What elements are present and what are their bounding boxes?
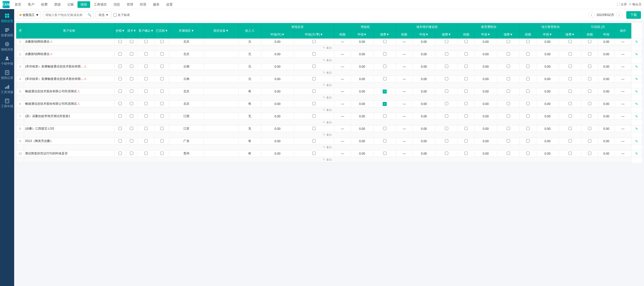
edu-declare-cell[interactable] [497, 39, 520, 45]
edu-pay-checkbox[interactable] [526, 90, 530, 93]
vat-checkbox[interactable] [383, 114, 386, 118]
client-confirm-cell[interactable] [137, 150, 155, 157]
local-declare-checkbox[interactable] [569, 127, 572, 130]
edu-declare-cell[interactable] [497, 51, 520, 58]
paid-tax-checkbox[interactable] [160, 65, 164, 68]
edu-declare-cell[interactable] [497, 88, 520, 95]
client-confirm-checkbox[interactable] [144, 65, 148, 68]
operation-cell[interactable]: ✎ [631, 138, 642, 145]
vat-declare-cell[interactable]: ✓ [373, 88, 396, 95]
clear-card-cell[interactable] [126, 150, 137, 157]
operation-cell[interactable]: ✎ [631, 150, 642, 157]
edu-declare-checkbox[interactable] [507, 90, 510, 93]
search-icon[interactable]: 🔍 [88, 13, 91, 17]
paid-tax-cell[interactable] [155, 126, 169, 132]
annual-report-cell[interactable] [294, 88, 334, 95]
sidebar-item-tax-settings[interactable]: 报税设置 [0, 11, 14, 25]
local-pay-checkbox[interactable] [588, 65, 591, 68]
edit-icon[interactable]: ✎ [635, 139, 638, 143]
city-pay-checkbox[interactable] [464, 102, 468, 105]
filter-button[interactable]: 筛选 ▼ [96, 11, 111, 19]
edu-pay-checkbox[interactable] [526, 77, 530, 80]
paid-tax-checkbox[interactable] [160, 52, 164, 56]
city-pay-cell[interactable] [458, 101, 475, 107]
local-pay-cell[interactable] [581, 126, 598, 132]
next-month-button[interactable]: › [616, 12, 622, 18]
vat-declare-cell[interactable] [373, 51, 396, 58]
client-confirm-checkbox[interactable] [144, 102, 148, 105]
local-pay-cell[interactable] [581, 101, 598, 107]
copy-tax-cell[interactable] [114, 63, 126, 70]
edu-declare-cell[interactable] [497, 126, 520, 132]
search-input[interactable] [45, 13, 87, 17]
vat-checked-box[interactable]: ✓ [383, 102, 387, 106]
city-declare-checkbox[interactable] [445, 77, 448, 80]
sidebar-item-annual-report[interactable]: 工商年报 [0, 96, 14, 111]
local-pay-checkbox[interactable] [588, 114, 591, 118]
client-confirm-checkbox[interactable] [144, 90, 148, 93]
client-confirm-checkbox[interactable] [144, 114, 148, 118]
city-pay-cell[interactable] [458, 150, 475, 157]
vat-checkbox[interactable] [383, 40, 386, 43]
city-declare-checkbox[interactable] [445, 139, 448, 142]
local-declare-cell[interactable] [559, 101, 581, 107]
city-declare-cell[interactable] [435, 63, 458, 70]
vat-declare-cell[interactable] [373, 150, 396, 157]
vat-checkbox[interactable] [383, 127, 386, 130]
city-declare-cell[interactable] [435, 101, 458, 107]
clear-card-checkbox[interactable] [130, 139, 133, 142]
local-declare-checkbox[interactable] [569, 152, 572, 155]
remark-edit-icon[interactable]: ✎ [323, 108, 325, 111]
fullscreen-btn[interactable]: ⛶ 全屏 [617, 2, 627, 7]
annual-checkbox[interactable] [312, 139, 316, 142]
edu-pay-checkbox[interactable] [526, 65, 530, 68]
client-confirm-checkbox[interactable] [144, 52, 148, 56]
clear-card-checkbox[interactable] [130, 152, 133, 155]
operation-cell[interactable]: ✎ [631, 39, 642, 45]
local-declare-cell[interactable] [559, 88, 581, 95]
label-checkbox[interactable] [113, 13, 117, 17]
city-declare-cell[interactable] [435, 76, 458, 82]
nav-finance[interactable]: 经营 [137, 1, 149, 8]
vat-declare-cell[interactable] [373, 39, 396, 45]
city-declare-cell[interactable] [435, 126, 458, 132]
local-declare-checkbox[interactable] [569, 77, 572, 80]
annual-report-cell[interactable] [294, 39, 334, 45]
copy-tax-cell[interactable] [114, 113, 126, 120]
local-declare-checkbox[interactable] [569, 65, 572, 68]
annual-report-cell[interactable] [294, 113, 334, 120]
copy-tax-checkbox[interactable] [119, 114, 122, 118]
local-pay-checkbox[interactable] [588, 152, 591, 155]
edu-pay-checkbox[interactable] [526, 127, 530, 130]
city-pay-cell[interactable] [458, 63, 475, 70]
edit-icon[interactable]: ✎ [635, 52, 638, 56]
client-confirm-checkbox[interactable] [144, 152, 148, 155]
remark-edit-icon[interactable]: ✎ [323, 71, 325, 74]
clear-card-checkbox[interactable] [130, 77, 133, 80]
nav-management[interactable]: 管理 [124, 1, 136, 8]
nav-customer[interactable]: 客户 [25, 1, 37, 8]
annual-checkbox[interactable] [312, 114, 316, 118]
edu-pay-checkbox[interactable] [526, 152, 530, 155]
paid-tax-cell[interactable] [155, 63, 169, 70]
city-pay-checkbox[interactable] [464, 90, 468, 93]
city-pay-checkbox[interactable] [464, 52, 468, 56]
annual-report-cell[interactable] [294, 150, 334, 157]
vat-declare-cell[interactable] [373, 126, 396, 132]
edit-icon[interactable]: ✎ [635, 102, 638, 106]
copy-tax-checkbox[interactable] [119, 77, 122, 80]
edu-pay-cell[interactable] [520, 113, 536, 120]
edu-declare-cell[interactable] [497, 138, 520, 145]
edu-declare-cell[interactable] [497, 113, 520, 120]
annual-checkbox[interactable] [312, 65, 316, 68]
city-declare-cell[interactable] [435, 51, 458, 58]
local-declare-cell[interactable] [559, 51, 581, 58]
vat-declare-cell[interactable] [373, 138, 396, 145]
edu-pay-checkbox[interactable] [526, 114, 530, 118]
operation-cell[interactable]: ✎ [631, 101, 642, 107]
city-declare-checkbox[interactable] [445, 65, 448, 68]
edu-declare-cell[interactable] [497, 150, 520, 157]
city-declare-checkbox[interactable] [445, 152, 448, 155]
local-pay-checkbox[interactable] [588, 40, 591, 43]
clear-card-checkbox[interactable] [130, 65, 133, 68]
